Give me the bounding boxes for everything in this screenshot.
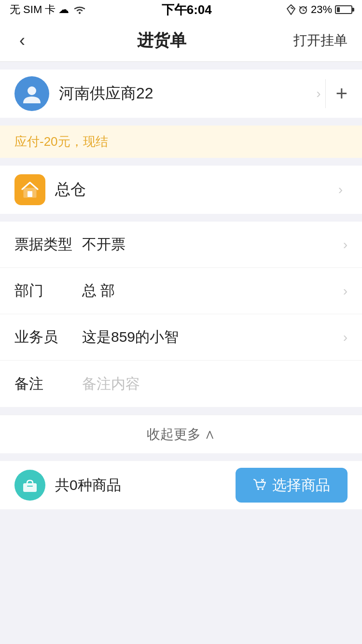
bottom-bar: 共0种商品 选择商品 [0, 461, 362, 509]
warehouse-name: 总仓 [55, 179, 338, 200]
invoice-type-label: 票据类型 [14, 235, 82, 254]
product-count: 共0种商品 [55, 476, 226, 495]
main-content: 河南供应商22 › + 应付-20元，现结 总仓 › 票据类型 不开票 › [0, 62, 362, 644]
svg-rect-4 [23, 483, 37, 492]
status-right: 23% [287, 3, 352, 16]
supplier-name: 河南供应商22 [59, 83, 316, 104]
warehouse-icon [14, 174, 45, 205]
select-product-button[interactable]: 选择商品 [236, 468, 348, 503]
page-title: 进货单 [137, 29, 186, 52]
svg-point-2 [28, 86, 36, 95]
open-pending-button[interactable]: 打开挂单 [293, 31, 348, 50]
nav-bar: ‹ 进货单 打开挂单 [0, 19, 362, 62]
divider-top [0, 62, 362, 70]
home-icon [21, 182, 39, 198]
remark-placeholder: 备注内容 [82, 374, 348, 394]
status-bar: 无 SIM 卡 ☁ 下午6:04 23% [0, 0, 362, 19]
status-left: 无 SIM 卡 ☁ [10, 2, 86, 17]
sim-label: 无 SIM 卡 ☁ [10, 2, 69, 17]
battery-icon [335, 5, 352, 14]
warehouse-chevron-icon: › [338, 182, 343, 197]
wifi-icon [73, 5, 86, 14]
supplier-card: 河南供应商22 › + [0, 70, 362, 118]
status-time: 下午6:04 [162, 1, 212, 18]
supplier-chevron-icon: › [316, 86, 320, 101]
battery-label: 23% [311, 3, 332, 16]
form-section: 票据类型 不开票 › 部门 总 部 › 业务员 这是859的小智 › 备注 备注… [0, 222, 362, 407]
collapse-label: 收起更多 ∧ [147, 425, 216, 444]
alarm-icon [298, 4, 308, 15]
department-value: 总 部 [82, 281, 343, 301]
cart-icon [253, 478, 266, 492]
notice-text: 应付-20元，现结 [14, 134, 108, 149]
remark-label: 备注 [14, 374, 82, 394]
invoice-type-value: 不开票 [82, 235, 343, 254]
product-icon [14, 470, 45, 501]
add-button[interactable]: + [325, 79, 348, 108]
department-chevron-icon: › [343, 283, 348, 299]
salesperson-value: 这是859的小智 [82, 327, 343, 347]
select-product-label: 选择商品 [272, 476, 330, 495]
svg-point-6 [262, 488, 264, 490]
bag-icon [21, 476, 39, 494]
back-button[interactable]: ‹ [14, 26, 30, 56]
collapse-row[interactable]: 收起更多 ∧ [0, 415, 362, 453]
svg-point-0 [79, 12, 81, 14]
location-icon [287, 4, 295, 15]
person-icon [21, 83, 42, 104]
salesperson-row[interactable]: 业务员 这是859的小智 › [0, 314, 362, 361]
department-label: 部门 [14, 281, 82, 301]
warehouse-row[interactable]: 总仓 › [0, 166, 362, 214]
svg-rect-3 [28, 191, 32, 197]
invoice-type-row[interactable]: 票据类型 不开票 › [0, 222, 362, 268]
invoice-type-chevron-icon: › [343, 237, 348, 252]
supplier-row[interactable]: 河南供应商22 › + [0, 70, 362, 118]
salesperson-chevron-icon: › [343, 330, 348, 345]
page-filler [0, 509, 362, 644]
supplier-avatar [14, 76, 49, 111]
notice-bar: 应付-20元，现结 [0, 126, 362, 158]
department-row[interactable]: 部门 总 部 › [0, 268, 362, 314]
salesperson-label: 业务员 [14, 327, 82, 347]
svg-point-5 [257, 488, 259, 490]
remark-row[interactable]: 备注 备注内容 [0, 361, 362, 407]
